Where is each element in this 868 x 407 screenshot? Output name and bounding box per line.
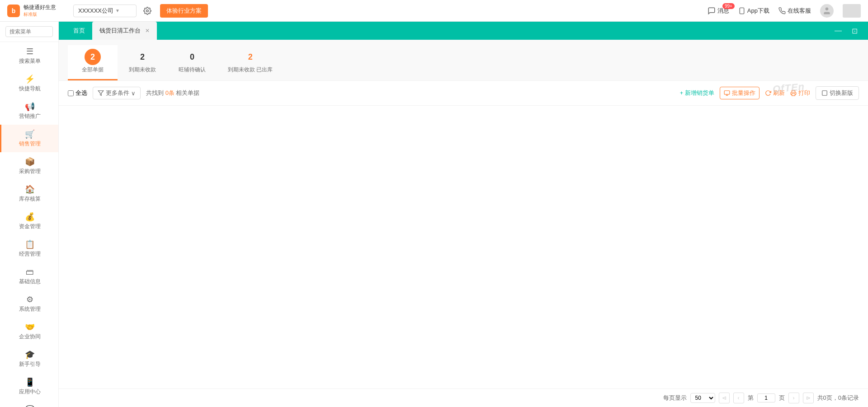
next-page-button[interactable]: › — [788, 393, 799, 403]
prev-page-button[interactable]: ‹ — [733, 393, 744, 403]
last-page-button[interactable]: ⊳ — [803, 393, 814, 403]
stat-tab-all[interactable]: 2 全部单据 — [68, 45, 118, 80]
sales-icon: 🛒 — [25, 130, 35, 138]
switch-version-button[interactable]: 切换新版 — [816, 86, 859, 100]
found-count: 0条 — [165, 89, 175, 96]
guide-icon: 🎓 — [25, 351, 35, 359]
sidebar: ☰ 搜索菜单 ⚡ 快捷导航 📢 营销推广 🛒 销售管理 📦 采购管理 🏠 库存核… — [0, 22, 59, 407]
svg-rect-9 — [822, 91, 827, 96]
logo-area: b 畅捷通好生意 标准版 — [7, 4, 66, 17]
pagination-bar: 每页显示 50 100 200 ⊲ ‹ 第 页 › ⊳ 共0页，0条记录 — [59, 388, 868, 407]
select-all-checkbox[interactable]: 全选 — [68, 89, 87, 97]
company-selector[interactable]: XXXXXX公司 ▼ — [73, 5, 137, 17]
system-icon: ⚙ — [26, 295, 33, 304]
svg-point-0 — [146, 9, 149, 12]
sidebar-item-inventory[interactable]: 🏠 库存核算 — [0, 180, 58, 207]
avatar[interactable] — [820, 4, 834, 18]
stat-tab-shipped[interactable]: 2 到期未收款 已出库 — [217, 45, 283, 80]
enterprise-icon: 🤝 — [25, 323, 35, 331]
stat-overdue-num: 2 — [134, 49, 151, 65]
message-button[interactable]: 消息 99+ — [708, 7, 729, 15]
svg-point-3 — [826, 7, 829, 10]
page-suffix: 页 — [779, 394, 785, 402]
total-records-label: 共0页，0条记录 — [817, 394, 859, 402]
filter-arrow: ∨ — [131, 90, 136, 97]
sidebar-search-area — [0, 22, 58, 42]
stat-tab-wangfu[interactable]: 0 旺辅待确认 — [167, 45, 217, 80]
content-area: 2 全部单据 2 到期未收款 0 旺辅待确认 2 到期未收款 已出库 — [59, 40, 868, 407]
main-layout: ☰ 搜索菜单 ⚡ 快捷导航 📢 营销推广 🛒 销售管理 📦 采购管理 🏠 库存核… — [0, 22, 868, 407]
stat-wangfu-label: 旺辅待确认 — [179, 66, 206, 74]
sidebar-item-system[interactable]: ⚙ 系统管理 — [0, 290, 58, 318]
operation-icon: 📋 — [25, 240, 35, 248]
toolbar: 全选 更多条件 ∨ 共找到 0条 相关单据 — [59, 81, 868, 106]
main-content: 首页 钱货日清工作台 ✕ — ⊡ 2 全部单据 2 到期未收款 — [59, 22, 868, 407]
svg-rect-5 — [724, 91, 730, 94]
inventory-icon: 🏠 — [25, 185, 35, 193]
sidebar-item-appstore[interactable]: 📱 应用中心 — [0, 373, 58, 400]
first-page-button[interactable]: ⊲ — [719, 393, 730, 403]
tab-bar-actions: — ⊡ — [832, 24, 861, 37]
stat-shipped-label: 到期未收款 已出库 — [228, 66, 273, 74]
sidebar-item-operation[interactable]: 📋 经营管理 — [0, 235, 58, 262]
finance-icon: 💰 — [25, 213, 35, 221]
sidebar-item-search[interactable]: ☰ 搜索菜单 — [0, 42, 58, 70]
sidebar-item-marketing[interactable]: 📢 营销推广 — [0, 97, 58, 125]
sidebar-item-enterprise[interactable]: 🤝 企业协同 — [0, 318, 58, 345]
quicknav-icon: ⚡ — [25, 75, 35, 83]
online-service-button[interactable]: 在线客服 — [778, 7, 811, 15]
tab-close-button[interactable]: ✕ — [145, 28, 150, 34]
refresh-button[interactable]: 刷新 — [765, 89, 785, 97]
basic-info-icon: 🗃 — [26, 268, 34, 276]
add-sales-order-button[interactable]: + 新增销货单 — [680, 89, 714, 97]
stat-overdue-label: 到期未收款 — [129, 66, 156, 74]
company-dropdown-arrow: ▼ — [115, 8, 120, 13]
header-right: 消息 99+ App下载 在线客服 — [708, 4, 861, 18]
tab-work-station[interactable]: 钱货日清工作台 ✕ — [92, 22, 157, 40]
table-area — [59, 106, 868, 388]
stat-all-label: 全部单据 — [82, 66, 104, 74]
svg-rect-8 — [792, 94, 795, 96]
print-icon — [790, 90, 797, 96]
search-input[interactable] — [5, 26, 53, 37]
print-button[interactable]: 打印 — [790, 89, 810, 97]
stat-all-num: 2 — [85, 49, 101, 65]
sidebar-item-guide[interactable]: 🎓 新手引导 — [0, 345, 58, 373]
settings-button[interactable] — [140, 4, 155, 18]
svg-rect-1 — [740, 8, 744, 14]
batch-operation-button[interactable]: 批量操作 — [720, 87, 760, 99]
page-input[interactable] — [757, 393, 775, 402]
top-header: b 畅捷通好生意 标准版 XXXXXX公司 ▼ 体验行业方案 消息 99+ — [0, 0, 868, 22]
toolbar-right: + 新增销货单 批量操作 — [680, 86, 859, 100]
per-page-label: 每页显示 — [663, 394, 687, 402]
toolbar-left: 全选 更多条件 ∨ 共找到 0条 相关单据 — [68, 87, 675, 99]
found-text: 共找到 0条 相关单据 — [146, 89, 199, 97]
stats-tabs: 2 全部单据 2 到期未收款 0 旺辅待确认 2 到期未收款 已出库 — [59, 40, 868, 81]
sidebar-item-sales[interactable]: 🛒 销售管理 — [0, 125, 58, 152]
tab-bar: 首页 钱货日清工作台 ✕ — ⊡ — [59, 22, 868, 40]
select-all-input[interactable] — [68, 90, 74, 96]
switch-icon — [821, 90, 828, 96]
logo-icon: b — [7, 5, 20, 17]
appstore-icon: 📱 — [25, 378, 35, 386]
sidebar-item-basic-info[interactable]: 🗃 基础信息 — [0, 262, 58, 290]
refresh-icon — [765, 90, 771, 96]
logo-text: 畅捷通好生意 标准版 — [24, 4, 56, 17]
stat-tab-overdue[interactable]: 2 到期未收款 — [118, 45, 167, 80]
user-info[interactable] — [843, 4, 861, 18]
sidebar-item-finance[interactable]: 💰 资金管理 — [0, 207, 58, 235]
sidebar-item-enterprise-wechat[interactable]: 💬 企业微信 — [0, 400, 58, 407]
marketing-icon: 📢 — [25, 103, 35, 111]
sidebar-item-purchase[interactable]: 📦 采购管理 — [0, 152, 58, 180]
tab-minimize-button[interactable]: — — [832, 24, 844, 37]
app-download-button[interactable]: App下载 — [738, 7, 769, 15]
stat-wangfu-num: 0 — [184, 49, 200, 65]
sidebar-item-quicknav[interactable]: ⚡ 快捷导航 — [0, 70, 58, 97]
filter-button[interactable]: 更多条件 ∨ — [93, 87, 141, 99]
per-page-select[interactable]: 50 100 200 — [690, 393, 715, 403]
svg-marker-4 — [98, 91, 104, 96]
message-badge: 99+ — [722, 3, 735, 9]
tab-home[interactable]: 首页 — [66, 22, 92, 40]
tab-expand-button[interactable]: ⊡ — [848, 24, 861, 37]
experience-button[interactable]: 体验行业方案 — [160, 4, 208, 18]
